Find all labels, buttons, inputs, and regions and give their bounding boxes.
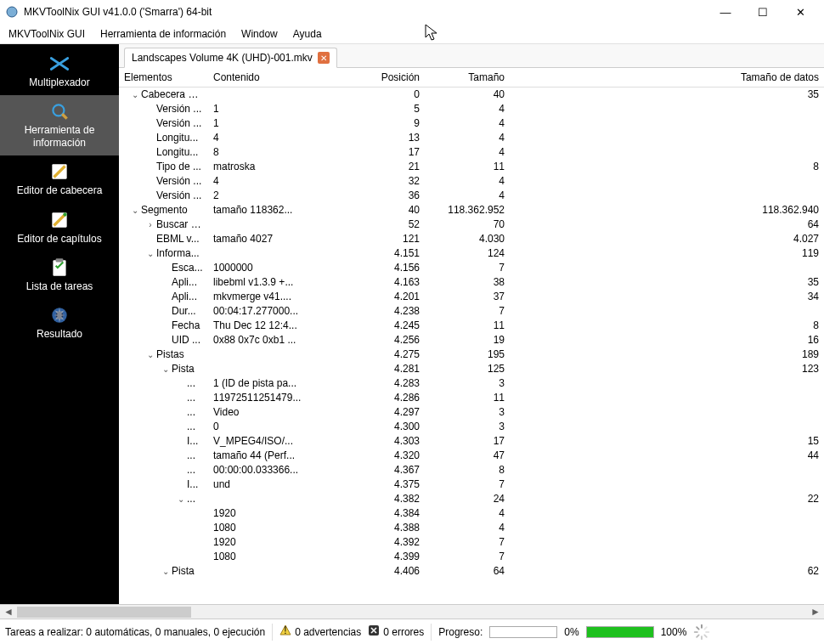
expand-icon[interactable]: ⌄ [146, 350, 155, 359]
table-row[interactable]: ⌄Pistas4.275195189 [119, 347, 824, 362]
table-row[interactable]: EBML v...tamaño 40271214.0304.027 [119, 232, 824, 246]
col-tamano[interactable]: Tamaño [425, 68, 510, 88]
col-contenido[interactable]: Contenido [208, 68, 327, 88]
spinner-icon [693, 624, 710, 641]
menu-item-window[interactable]: Window [241, 28, 278, 40]
sidebar-item-multiplex[interactable]: Multiplexador [0, 48, 119, 95]
menu-item-info[interactable]: Herramienta de información [100, 28, 226, 40]
minimize-button[interactable]: — [707, 0, 744, 24]
table-row[interactable]: Dur...00:04:17.277000...4.2387 [119, 304, 824, 319]
progress-total-pct: 100% [661, 626, 687, 638]
expand-icon[interactable]: ⌄ [131, 90, 139, 99]
divider [431, 624, 432, 641]
main-panel: Landscapes Volume 4K (UHD)-001.mkv ✕ Ele… [119, 44, 824, 604]
expand-icon[interactable]: ⌄ [146, 249, 155, 258]
table-row[interactable]: ⌄Pista4.281125123 [119, 362, 824, 376]
tasks-icon [48, 257, 71, 279]
result-icon [48, 304, 71, 326]
scroll-track[interactable] [17, 607, 807, 618]
app-icon [5, 5, 19, 19]
expand-icon[interactable]: ⌄ [161, 567, 170, 576]
sidebar-item-tasks[interactable]: Lista de tareas [0, 251, 119, 299]
menubar: MKVToolNix GUI Herramienta de informació… [0, 24, 824, 44]
scroll-left-icon[interactable]: ◄ [2, 606, 15, 618]
error-icon [368, 624, 380, 639]
table-row[interactable]: Versión ...4324 [119, 174, 824, 189]
sidebar-item-label: Herramienta de información [2, 124, 117, 149]
sidebar-item-label: Resultado [37, 328, 82, 340]
maximize-button[interactable]: ☐ [744, 0, 782, 24]
warning-icon: ! [279, 624, 291, 639]
table-row[interactable]: 19204.3844 [119, 506, 824, 521]
svg-line-18 [697, 635, 699, 637]
sidebar-item-label: Editor de capítulos [17, 233, 101, 245]
col-elementos[interactable]: Elementos [119, 68, 208, 88]
sidebar-item-label: Multiplexador [29, 76, 89, 88]
expand-icon[interactable]: ⌄ [177, 494, 185, 504]
table-row[interactable]: ...04.3003 [119, 420, 824, 434]
table-row[interactable]: ⌄Informa...4.151124119 [119, 246, 824, 261]
table-row[interactable]: 10804.3997 [119, 550, 824, 564]
table-row[interactable]: Apli...libebml v1.3.9 +...4.1633835 [119, 275, 824, 290]
menu-item-gui[interactable]: MKVToolNix GUI [8, 28, 85, 40]
sidebar-item-label: Editor de cabecera [17, 184, 103, 196]
horizontal-scrollbar[interactable]: ◄ ► [0, 604, 824, 619]
table-row[interactable]: ⌄...4.3822422 [119, 492, 824, 506]
table-row[interactable]: Esca...10000004.1567 [119, 261, 824, 275]
titlebar: MKVToolNix GUI v41.0.0 ('Smarra') 64-bit… [0, 0, 824, 24]
sidebar-item-result[interactable]: Resultado [0, 299, 119, 347]
col-posicion[interactable]: Posición [327, 68, 425, 88]
table-row[interactable]: ›Buscar c...527064 [119, 217, 824, 232]
table-row[interactable]: 19204.3927 [119, 535, 824, 550]
table-row[interactable]: I...und4.3757 [119, 477, 824, 492]
scroll-thumb[interactable] [17, 607, 191, 618]
table-row[interactable]: FechaThu Dec 12 12:4...4.245118 [119, 319, 824, 333]
tab-label: Landscapes Volume 4K (UHD)-001.mkv [132, 52, 313, 64]
svg-point-0 [7, 7, 17, 17]
sidebar-item-header[interactable]: Editor de cabecera [0, 155, 119, 203]
svg-line-2 [62, 115, 66, 119]
svg-rect-6 [53, 260, 65, 275]
expand-icon[interactable]: ⌄ [131, 206, 139, 215]
window-buttons: — ☐ ✕ [707, 0, 819, 24]
status-errors-block[interactable]: 0 errores [368, 624, 424, 639]
table-row[interactable]: Versión ...2364 [119, 189, 824, 203]
expand-icon[interactable]: › [146, 220, 155, 229]
table-row[interactable]: Versión ...194 [119, 116, 824, 131]
table-row[interactable]: ...11972511251479...4.28611 [119, 391, 824, 405]
header-icon [48, 161, 71, 183]
svg-line-17 [705, 635, 708, 637]
status-warnings-block[interactable]: ! 0 advertencias [279, 624, 361, 639]
table-row[interactable]: ...00:00:00.033366...4.3678 [119, 463, 824, 477]
element-tree[interactable]: Elementos Contenido Posición Tamaño Tama… [119, 68, 824, 579]
table-row[interactable]: ...Video4.2973 [119, 405, 824, 420]
table-row[interactable]: Versión ...154 [119, 102, 824, 116]
close-button[interactable]: ✕ [782, 0, 819, 24]
tab-close-icon[interactable]: ✕ [318, 52, 330, 64]
progress-bar-current [489, 626, 557, 638]
table-row[interactable]: ...1 (ID de pista pa...4.2833 [119, 376, 824, 391]
table-row[interactable]: Apli...mkvmerge v41....4.2013734 [119, 290, 824, 304]
table-row[interactable]: Longitu...4134 [119, 131, 824, 145]
table-row[interactable]: Longitu...8174 [119, 145, 824, 160]
expand-icon[interactable]: ⌄ [161, 364, 170, 374]
table-row[interactable]: 10804.3884 [119, 521, 824, 535]
tree-header[interactable]: Elementos Contenido Posición Tamaño Tama… [119, 68, 824, 88]
chapters-icon [48, 209, 71, 231]
tab-file[interactable]: Landscapes Volume 4K (UHD)-001.mkv ✕ [124, 48, 337, 68]
sidebar-item-chapters[interactable]: Editor de capítulos [0, 204, 119, 251]
table-row[interactable]: ⌄Segmentotamaño 118362...40118.362.95211… [119, 203, 824, 217]
sidebar-item-info[interactable]: Herramienta de información [0, 95, 119, 155]
table-row[interactable]: I...V_MPEG4/ISO/...4.3031715 [119, 434, 824, 449]
col-tamano-datos[interactable]: Tamaño de datos [510, 68, 824, 88]
svg-rect-7 [56, 258, 64, 262]
svg-text:!: ! [285, 624, 287, 636]
table-row[interactable]: ⌄Pista4.4066462 [119, 564, 824, 579]
table-row[interactable]: Tipo de ...matroska21118 [119, 160, 824, 174]
table-row[interactable]: UID ...0x88 0x7c 0xb1 ...4.2561916 [119, 333, 824, 347]
scroll-right-icon[interactable]: ► [809, 606, 822, 618]
table-row[interactable]: ...tamaño 44 (Perf...4.3204744 [119, 449, 824, 463]
table-row[interactable]: ⌄Cabecera E...04035 [119, 88, 824, 102]
status-warnings: 0 advertencias [295, 626, 361, 638]
menu-item-help[interactable]: Ayuda [293, 28, 322, 40]
